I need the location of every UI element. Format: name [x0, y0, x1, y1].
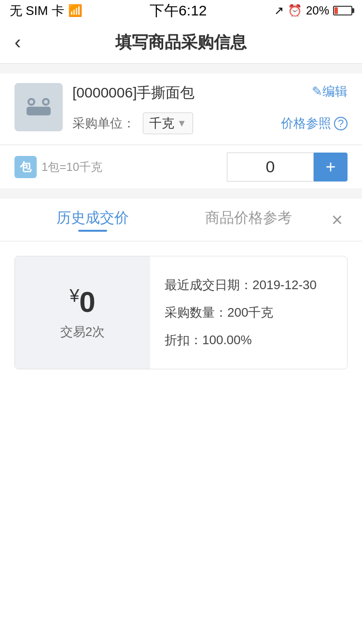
transaction-card: ¥0 交易2次 最近成交日期：2019-12-30 采购数量：200千克 折扣：…	[14, 256, 348, 369]
status-left: 无 SIM 卡 📶	[10, 2, 83, 19]
transaction-quantity: 采购数量：200千克	[165, 303, 333, 322]
discount-label: 折扣：	[165, 333, 202, 347]
quantity-plus-button[interactable]: +	[314, 153, 348, 182]
sim-indicator: 无 SIM 卡	[10, 2, 64, 19]
battery-icon	[333, 6, 352, 15]
close-button[interactable]: ×	[327, 204, 348, 236]
product-header: [0000006]手撕面包 ✎编辑	[72, 83, 348, 103]
product-unit-row: 采购单位： 千克 ▼ 价格参照 ?	[72, 112, 348, 134]
transaction-date: 最近成交日期：2019-12-30	[165, 276, 333, 294]
wifi-icon: 📶	[68, 4, 83, 17]
tab-history-label: 历史成交价	[56, 210, 129, 225]
quantity-detail-value: 200千克	[227, 305, 273, 320]
unit-select[interactable]: 千克 ▼	[143, 112, 193, 134]
transaction-right: 最近成交日期：2019-12-30 采购数量：200千克 折扣：100.00%	[150, 256, 347, 369]
edit-button[interactable]: ✎编辑	[312, 83, 348, 100]
alarm-icon: ⏰	[288, 4, 302, 17]
unit-label: 采购单位：	[72, 116, 135, 130]
quantity-unit-badge: 包	[14, 156, 37, 178]
product-name: [0000006]手撕面包	[72, 83, 195, 103]
status-bar: 无 SIM 卡 📶 下午6:12 ↗ ⏰ 20%	[0, 0, 362, 21]
status-right: ↗ ⏰ 20%	[274, 4, 352, 17]
nav-title: 填写商品采购信息	[115, 31, 247, 54]
quantity-label-group: 包 1包=10千克	[14, 156, 102, 178]
price-value: 0	[79, 286, 95, 318]
price-reference-button[interactable]: 价格参照 ?	[281, 115, 348, 132]
help-icon: ?	[334, 117, 348, 130]
discount-value: 100.00%	[202, 333, 252, 347]
transaction-left: ¥0 交易2次	[15, 256, 150, 369]
svg-point-4	[44, 100, 48, 104]
product-thumbnail	[14, 83, 63, 131]
nav-bar: ‹ 填写商品采购信息	[0, 21, 362, 64]
transaction-count: 交易2次	[60, 323, 105, 340]
back-button[interactable]: ‹	[10, 27, 26, 58]
date-value: 2019-12-30	[252, 278, 317, 292]
svg-point-3	[29, 100, 33, 104]
product-logo	[22, 88, 56, 126]
dropdown-arrow-icon: ▼	[177, 118, 187, 129]
status-time: 下午6:12	[150, 1, 207, 21]
transaction-discount: 折扣：100.00%	[165, 331, 333, 350]
quantity-section: 包 1包=10千克 0 +	[0, 145, 362, 188]
tabs-divider	[0, 241, 362, 241]
tabs-section: 历史成交价 商品价格参考 × ¥0 交易2次 最近成交日期：2019-12-30…	[0, 198, 362, 369]
date-label: 最近成交日期：	[165, 278, 252, 292]
unit-group: 采购单位： 千克 ▼	[72, 112, 193, 134]
tab-active-indicator	[78, 230, 107, 232]
bottom-space	[0, 369, 362, 644]
quantity-label: 采购数量：	[165, 305, 227, 320]
battery-percent: 20%	[306, 4, 329, 17]
tabs-header: 历史成交价 商品价格参考 ×	[0, 198, 362, 241]
price-ref-label: 价格参照	[281, 115, 331, 132]
tab-reference-label: 商品价格参考	[205, 210, 292, 225]
price-symbol: ¥	[70, 286, 79, 306]
tab-price-reference[interactable]: 商品价格参考	[170, 208, 326, 232]
quantity-control: 0 +	[227, 153, 348, 182]
product-section: [0000006]手撕面包 ✎编辑 采购单位： 千克 ▼ 价格参照 ?	[0, 73, 362, 144]
tab-history-price[interactable]: 历史成交价	[14, 208, 170, 232]
transaction-price: ¥0	[70, 285, 95, 319]
unit-value: 千克	[149, 115, 174, 132]
quantity-conversion: 1包=10千克	[42, 159, 102, 175]
quantity-input[interactable]: 0	[227, 153, 314, 182]
product-info: [0000006]手撕面包 ✎编辑 采购单位： 千克 ▼ 价格参照 ?	[72, 83, 348, 134]
svg-rect-2	[27, 107, 51, 115]
location-icon: ↗	[274, 4, 284, 17]
